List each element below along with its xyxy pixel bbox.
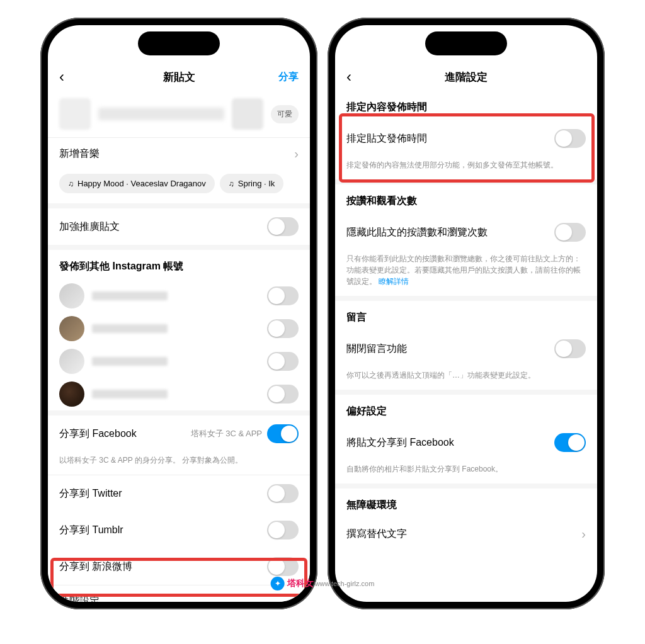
account-name-blurred bbox=[92, 324, 168, 333]
account-row bbox=[48, 378, 310, 410]
music-note-icon: ♫ bbox=[229, 179, 234, 188]
phone-right: ‹ 進階設定 排定內容發佈時間 排定貼文發佈時間 排定發佈的內容無法使用部分功能… bbox=[328, 18, 605, 609]
content-left: 可愛 新增音樂 › ♫Happy Mood · Veaceslav Dragan… bbox=[48, 91, 310, 602]
turn-off-comments-row: 關閉留言功能 bbox=[335, 330, 597, 367]
phone-left: ‹ 新貼文 分享 可愛 新增音樂 › ♫Happy Mood · Veacesl… bbox=[40, 18, 317, 609]
chevron-right-icon: › bbox=[294, 594, 299, 602]
add-music-row[interactable]: 新增音樂 › bbox=[48, 138, 310, 170]
post-thumbnail[interactable] bbox=[59, 98, 91, 130]
schedule-desc: 排定發佈的內容無法使用部分功能，例如多文發佈至其他帳號。 bbox=[335, 157, 597, 179]
content-right: 排定內容發佈時間 排定貼文發佈時間 排定發佈的內容無法使用部分功能，例如多文發佈… bbox=[335, 91, 597, 602]
accessibility-header: 無障礙環境 bbox=[335, 489, 597, 518]
post-thumbnail-2[interactable] bbox=[232, 98, 263, 130]
share-weibo-label: 分享到 新浪微博 bbox=[59, 560, 132, 573]
watermark-logo-icon: ✦ bbox=[271, 577, 285, 590]
comments-header: 留言 bbox=[335, 301, 597, 330]
share-facebook-label: 分享到 Facebook bbox=[59, 427, 137, 441]
add-music-label: 新增音樂 bbox=[59, 147, 100, 161]
avatar bbox=[59, 316, 84, 341]
back-icon[interactable]: ‹ bbox=[346, 68, 351, 86]
account-name-blurred bbox=[92, 357, 168, 366]
music-chip[interactable]: ♫Spring · Ik bbox=[220, 174, 284, 193]
notch bbox=[138, 31, 220, 55]
account-toggle[interactable] bbox=[267, 286, 299, 305]
chevron-right-icon: › bbox=[294, 147, 299, 161]
hide-likes-toggle[interactable] bbox=[554, 223, 586, 242]
account-toggle[interactable] bbox=[267, 385, 299, 404]
comments-desc: 你可以之後再透過貼文頂端的「…」功能表變更此設定。 bbox=[335, 367, 597, 390]
account-row bbox=[48, 312, 310, 345]
facebook-page-name: 塔科女子 3C & APP bbox=[191, 428, 262, 439]
account-toggle[interactable] bbox=[267, 319, 299, 338]
page-title: 進階設定 bbox=[445, 70, 488, 84]
account-row bbox=[48, 345, 310, 378]
avatar bbox=[59, 349, 84, 374]
notch bbox=[425, 31, 507, 55]
share-to-fb-row: 將貼文分享到 Facebook bbox=[335, 424, 597, 461]
share-to-fb-toggle[interactable] bbox=[554, 433, 586, 452]
hide-likes-label: 隱藏此貼文的按讚數和瀏覽次數 bbox=[346, 226, 488, 239]
schedule-post-label: 排定貼文發佈時間 bbox=[346, 132, 427, 145]
account-toggle[interactable] bbox=[267, 352, 299, 371]
music-chips: ♫Happy Mood · Veaceslav Draganov ♫Spring… bbox=[48, 170, 310, 203]
share-twitter-label: 分享到 Twitter bbox=[59, 487, 122, 500]
boost-toggle[interactable] bbox=[267, 217, 299, 236]
share-tumblr-row: 分享到 Tumblr bbox=[48, 512, 310, 548]
music-chip[interactable]: ♫Happy Mood · Veaceslav Draganov bbox=[59, 174, 215, 193]
music-note-icon: ♫ bbox=[68, 179, 74, 188]
tumblr-toggle[interactable] bbox=[267, 521, 299, 539]
pref-desc: 自動將你的相片和影片貼文分享到 Facebook。 bbox=[335, 461, 597, 483]
facebook-toggle[interactable] bbox=[267, 424, 299, 443]
watermark-text: 塔科女 bbox=[287, 578, 314, 589]
share-twitter-row: 分享到 Twitter bbox=[48, 475, 310, 512]
watermark-url: www.tech-girlz.com bbox=[315, 580, 375, 587]
comments-toggle[interactable] bbox=[554, 339, 586, 358]
share-facebook-row: 分享到 Facebook 塔科女子 3C & APP bbox=[48, 415, 310, 452]
schedule-post-row: 排定貼文發佈時間 bbox=[335, 120, 597, 157]
learn-more-link[interactable]: 瞭解詳情 bbox=[379, 277, 409, 286]
alt-text-label: 撰寫替代文字 bbox=[346, 528, 407, 541]
advanced-settings-label: 進階設定 bbox=[59, 595, 100, 602]
page-title: 新貼文 bbox=[163, 70, 195, 84]
caption-input[interactable] bbox=[98, 108, 224, 120]
header-right: ‹ 進階設定 bbox=[335, 63, 597, 91]
turn-off-comments-label: 關閉留言功能 bbox=[346, 342, 407, 356]
back-icon[interactable]: ‹ bbox=[59, 68, 64, 86]
avatar bbox=[59, 283, 84, 308]
other-accounts-header: 發佈到其他 Instagram 帳號 bbox=[48, 250, 310, 280]
schedule-header: 排定內容發佈時間 bbox=[335, 91, 597, 120]
likes-header: 按讚和觀看次數 bbox=[335, 184, 597, 214]
share-button[interactable]: 分享 bbox=[278, 71, 299, 84]
schedule-toggle[interactable] bbox=[554, 129, 586, 148]
avatar bbox=[59, 381, 84, 407]
pref-header: 偏好設定 bbox=[335, 395, 597, 424]
boost-post-label: 加強推廣貼文 bbox=[59, 220, 120, 234]
share-tumblr-label: 分享到 Tumblr bbox=[59, 524, 123, 537]
account-name-blurred bbox=[92, 390, 168, 398]
twitter-toggle[interactable] bbox=[267, 484, 299, 503]
screen-left: ‹ 新貼文 分享 可愛 新增音樂 › ♫Happy Mood · Veacesl… bbox=[48, 25, 310, 602]
boost-post-row: 加強推廣貼文 bbox=[48, 208, 310, 245]
facebook-desc: 以塔科女子 3C & APP 的身分分享。 分享對象為公開。 bbox=[48, 452, 310, 475]
weibo-toggle[interactable] bbox=[267, 557, 299, 576]
account-row bbox=[48, 280, 310, 312]
header-left: ‹ 新貼文 分享 bbox=[48, 63, 310, 91]
caption-row: 可愛 bbox=[48, 91, 310, 137]
hide-likes-row: 隱藏此貼文的按讚數和瀏覽次數 bbox=[335, 214, 597, 251]
likes-desc: 只有你能看到此貼文的按讚數和瀏覽總數，你之後可前往貼文上方的：功能表變更此設定。… bbox=[335, 251, 597, 296]
account-name-blurred bbox=[92, 291, 168, 300]
watermark: ✦ 塔科女 www.tech-girlz.com bbox=[271, 577, 375, 590]
caption-suggestion[interactable]: 可愛 bbox=[271, 105, 299, 123]
alt-text-row[interactable]: 撰寫替代文字 › bbox=[335, 518, 597, 550]
screen-right: ‹ 進階設定 排定內容發佈時間 排定貼文發佈時間 排定發佈的內容無法使用部分功能… bbox=[335, 25, 597, 602]
share-to-fb-label: 將貼文分享到 Facebook bbox=[346, 436, 454, 449]
chevron-right-icon: › bbox=[581, 527, 586, 541]
